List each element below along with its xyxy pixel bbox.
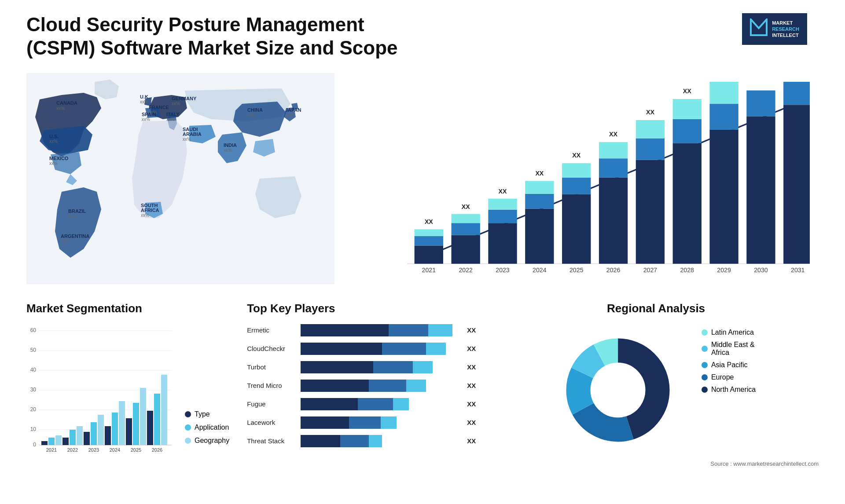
svg-text:2028: 2028 — [680, 267, 694, 274]
bar-seg1 — [301, 343, 382, 355]
svg-rect-44 — [452, 214, 480, 223]
svg-text:20: 20 — [30, 406, 37, 413]
top-section: CANADA xx% U.S. xx% MEXICO xx% BRAZIL xx… — [26, 73, 819, 284]
svg-text:U.K.: U.K. — [140, 94, 150, 99]
svg-rect-111 — [77, 426, 83, 445]
player-name-ermetic: Ermetic — [247, 326, 295, 334]
seg-chart-svg: 60 50 40 30 20 10 0 — [26, 324, 176, 456]
svg-text:U.S.: U.S. — [49, 134, 59, 139]
svg-rect-126 — [154, 394, 160, 445]
svg-text:xx%: xx% — [68, 214, 77, 219]
svg-text:2025: 2025 — [569, 267, 584, 274]
legend-label-type: Type — [195, 410, 210, 418]
logo-text: MARKET RESEARCH INTELLECT — [772, 20, 799, 39]
svg-text:INDIA: INDIA — [224, 142, 237, 148]
legend-dot-latin — [702, 329, 708, 336]
svg-text:xx%: xx% — [140, 99, 148, 104]
svg-rect-83 — [746, 90, 775, 116]
segmentation-title: Market Segmentation — [26, 302, 229, 315]
svg-rect-79 — [709, 82, 738, 104]
svg-rect-82 — [746, 116, 775, 263]
legend-dot-asia — [702, 362, 708, 368]
legend-dot-europe — [702, 374, 708, 380]
players-section: Top Key Players Ermetic XX CloudCheckr — [247, 302, 476, 447]
legend-application: Application — [185, 424, 229, 431]
svg-text:SPAIN: SPAIN — [142, 112, 156, 117]
player-name-threatstack: Threat Stack — [247, 437, 295, 445]
player-xx-fugue: XX — [467, 400, 476, 408]
svg-rect-86 — [783, 105, 810, 264]
player-bar-trendmicro — [301, 380, 458, 392]
svg-text:MEXICO: MEXICO — [49, 156, 69, 161]
svg-text:0: 0 — [33, 442, 36, 448]
bar-seg2 — [340, 435, 369, 447]
bar-seg1 — [301, 324, 389, 336]
svg-text:ITALY: ITALY — [166, 112, 180, 117]
svg-rect-78 — [709, 104, 738, 130]
player-bar-threatstack — [301, 435, 458, 447]
svg-rect-109 — [62, 438, 69, 445]
player-name-trendmicro: Trend Micro — [247, 382, 295, 389]
player-row-threatstack: Threat Stack XX — [247, 435, 476, 447]
bar-chart: XX 2021 XX 2022 XX 2023 XX 2024 — [352, 73, 819, 284]
svg-text:2022: 2022 — [67, 447, 78, 453]
legend-dot-geography — [185, 438, 191, 444]
bar-seg1 — [301, 398, 358, 410]
svg-rect-49 — [488, 198, 517, 209]
svg-text:xx%: xx% — [172, 101, 180, 106]
legend-asia-pacific: Asia Pacific — [702, 361, 756, 369]
source-text: Source : www.marketresearchintellect.com — [493, 460, 819, 467]
svg-text:xx%: xx% — [141, 213, 149, 218]
bar-seg1 — [301, 416, 349, 429]
regional-bottom: Latin America Middle East &Africa Asia P… — [556, 329, 756, 452]
page-title: Cloud Security Posture Management (CSPM)… — [26, 13, 422, 60]
player-xx-turbot: XX — [467, 363, 476, 371]
svg-rect-77 — [709, 129, 738, 263]
svg-text:2021: 2021 — [422, 267, 436, 274]
player-xx-cloudcheckr: XX — [467, 345, 476, 352]
legend-type: Type — [185, 410, 229, 418]
svg-text:2026: 2026 — [606, 267, 621, 274]
svg-rect-52 — [525, 208, 554, 263]
bar-seg1 — [301, 380, 369, 392]
svg-rect-54 — [525, 181, 554, 194]
svg-rect-72 — [673, 143, 702, 263]
svg-text:50: 50 — [30, 347, 37, 353]
svg-text:2030: 2030 — [754, 267, 768, 274]
svg-text:XX: XX — [683, 88, 691, 95]
svg-text:2025: 2025 — [131, 447, 141, 453]
bar-seg3 — [393, 398, 409, 410]
svg-rect-57 — [562, 194, 591, 263]
svg-text:xx%: xx% — [247, 113, 256, 117]
legend-dot-type — [185, 411, 191, 417]
svg-marker-0 — [751, 19, 767, 35]
player-bar-ermetic — [301, 324, 458, 336]
svg-text:XX: XX — [646, 109, 654, 116]
player-row-fugue: Fugue XX — [247, 398, 476, 410]
svg-rect-125 — [147, 411, 153, 445]
svg-rect-47 — [488, 223, 517, 264]
player-name-turbot: Turbot — [247, 363, 295, 371]
svg-point-134 — [591, 363, 645, 417]
bar-seg3 — [369, 435, 382, 447]
svg-rect-114 — [91, 422, 97, 445]
svg-rect-64 — [599, 142, 628, 158]
player-xx-lacework: XX — [467, 419, 476, 426]
svg-text:xx%: xx% — [142, 117, 150, 122]
player-row-lacework: Lacework XX — [247, 416, 476, 429]
header: Cloud Security Posture Management (CSPM)… — [26, 13, 819, 60]
legend-label-geography: Geography — [195, 437, 229, 445]
seg-chart-area: 60 50 40 30 20 10 0 — [26, 324, 229, 458]
logo-letter — [750, 18, 768, 40]
svg-rect-69 — [636, 120, 665, 138]
logo-box: MARKET RESEARCH INTELLECT — [742, 13, 807, 45]
svg-rect-122 — [133, 403, 139, 445]
svg-text:xx%: xx% — [61, 239, 69, 244]
svg-text:2026: 2026 — [152, 447, 162, 453]
svg-rect-37 — [415, 245, 443, 263]
legend-middle-east: Middle East &Africa — [702, 341, 756, 357]
svg-rect-74 — [673, 99, 702, 119]
svg-text:XX: XX — [462, 203, 470, 210]
svg-rect-42 — [452, 235, 480, 263]
svg-text:FRANCE: FRANCE — [149, 105, 169, 110]
